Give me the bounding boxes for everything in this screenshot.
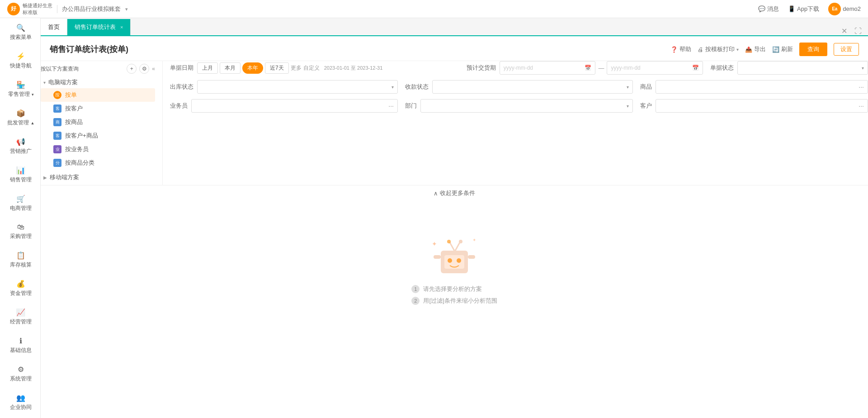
scheme-item-by-category[interactable]: 分 按商品分类 — [41, 156, 155, 170]
scheme-item-by-order[interactable]: 按 按单 — [41, 88, 155, 102]
filter-customer: 客户 ··· — [640, 99, 868, 113]
filter-goods: 商品 ··· — [640, 80, 868, 94]
tab-home[interactable]: 首页 — [41, 19, 67, 35]
filter-row-2: 出库状态 ▾ 收款状态 ▾ — [170, 80, 868, 94]
empty-state: ✦ ✦ 1 请先选择要分析的方案 2 用[过滤]条件来缩小分析范围 — [41, 201, 868, 332]
preset-custom[interactable]: 自定义 — [303, 64, 320, 72]
filter-salesperson: 业务员 ··· — [170, 99, 398, 113]
scheme-group-header-pc[interactable]: ▾ 电脑端方案 — [41, 76, 155, 88]
scheme-item-by-salesperson[interactable]: 业 按业务员 — [41, 142, 155, 156]
user-menu[interactable]: Ea demo2 — [828, 3, 861, 15]
goods-dots[interactable]: ··· — [859, 83, 864, 90]
help-icon: ❓ — [670, 46, 678, 53]
bill-status-arrow-icon: ▾ — [862, 66, 864, 71]
scheme-settings-button[interactable]: ⚙ — [139, 64, 149, 74]
salesperson-select[interactable]: ··· — [191, 99, 398, 113]
bill-date-label: 单据日期 — [170, 64, 193, 72]
sidebar-item-operations[interactable]: 📈 经营管理 — [0, 303, 40, 331]
hint-num-2: 2 — [411, 297, 420, 305]
tab-close-icon[interactable]: × — [120, 24, 123, 30]
window-maximize-button[interactable]: ⛶ — [853, 27, 863, 35]
print-icon: 🖨 — [698, 46, 703, 53]
search-button[interactable]: 查询 — [799, 43, 827, 56]
filter-department: 部门 ▾ — [405, 99, 633, 113]
hint-num-1: 1 — [411, 285, 420, 293]
expected-date-from[interactable]: yyyy-mm-dd 📅 — [500, 61, 596, 75]
scheme-item-by-both[interactable]: 客 按客户+商品 — [41, 129, 155, 142]
sidebar-item-search[interactable]: 🔍 搜索菜单 — [0, 18, 40, 47]
sidebar-item-retail[interactable]: 🏪 零售管理 ▾ — [0, 75, 40, 104]
wholesale-icon: 📦 — [16, 109, 25, 118]
window-close-button[interactable]: ✕ — [840, 27, 849, 35]
scheme-item-by-product[interactable]: 商 按商品 — [41, 115, 155, 129]
message-button[interactable]: 💬 消息 — [758, 5, 779, 13]
scheme-item-by-customer[interactable]: 客 按客户 — [41, 102, 155, 115]
purchase-icon: 🛍 — [17, 223, 24, 231]
sidebar-item-enterprise[interactable]: 👥 企业协同 — [0, 388, 40, 417]
operations-icon: 📈 — [16, 308, 25, 317]
salesperson-label: 业务员 — [170, 102, 188, 110]
preset-this-year[interactable]: 本年 — [242, 62, 263, 74]
settings-button[interactable]: 设置 — [834, 43, 859, 56]
sidebar-item-marketing[interactable]: 📢 营销推广 — [0, 132, 40, 161]
page-title: 销售订单统计表(按单) — [50, 44, 128, 55]
refresh-button[interactable]: 🔄 刷新 — [772, 45, 793, 53]
tab-sales-stat[interactable]: 销售订单统计表 × — [67, 19, 131, 35]
delivery-arrow-icon: ▾ — [392, 85, 394, 90]
filter-bill-date: 单据日期 上月 本月 本年 近7天 更多 自定义 2023-01-01 至 20… — [170, 62, 459, 74]
department-label: 部门 — [405, 102, 417, 110]
top-bar: 好 畅捷通好生意 标准版 办公用品行业模拟账套 ▾ 💬 消息 📱 App下载 E… — [0, 0, 868, 18]
expected-date-to[interactable]: yyyy-mm-dd 📅 — [607, 61, 703, 75]
collapse-row[interactable]: ∧ 收起更多条件 — [41, 185, 868, 201]
receipt-status-label: 收款状态 — [405, 83, 429, 91]
bill-status-select[interactable]: ▾ — [737, 61, 868, 75]
filter-expected-date: 预计交货期 yyyy-mm-dd 📅 — yyyy-mm-dd — [467, 61, 703, 75]
tab-actions: ✕ ⛶ — [840, 27, 868, 35]
scheme-header-actions: + ⚙ « — [127, 64, 155, 74]
expected-date-range: yyyy-mm-dd 📅 — yyyy-mm-dd 📅 — [500, 61, 703, 75]
logo-text: 畅捷通好生意 标准版 — [23, 2, 52, 15]
salesperson-dots[interactable]: ··· — [388, 102, 394, 109]
empty-hint-1: 1 请先选择要分析的方案 — [411, 285, 497, 293]
date-range-text: 2023-01-01 至 2023-12-31 — [324, 65, 383, 71]
inventory-icon: 📋 — [16, 251, 25, 260]
sidebar-item-ecommerce[interactable]: 🛒 电商管理 — [0, 189, 40, 218]
export-icon: 📤 — [745, 46, 752, 53]
sidebar-item-purchase[interactable]: 🛍 采购管理 — [0, 218, 40, 246]
svg-line-8 — [455, 242, 460, 251]
receipt-status-select[interactable]: ▾ — [432, 80, 633, 94]
sidebar-item-sales[interactable]: 📊 销售管理 — [0, 161, 40, 189]
scheme-add-button[interactable]: + — [127, 64, 137, 74]
filter-delivery-status: 出库状态 ▾ — [170, 80, 398, 94]
scheme-group-header-mobile[interactable]: ▶ 移动端方案 — [41, 171, 155, 183]
customer-dots[interactable]: ··· — [859, 102, 864, 109]
help-button[interactable]: ❓ 帮助 — [670, 45, 691, 53]
sidebar-item-basic-info[interactable]: ℹ 基础信息 — [0, 331, 40, 360]
sidebar-item-wholesale[interactable]: 📦 批发管理 ▲ — [0, 104, 40, 132]
scheme-item-icon-both: 客 — [53, 132, 61, 140]
sidebar-item-system[interactable]: ⚙ 系统管理 — [0, 360, 40, 388]
export-button[interactable]: 📤 导出 — [745, 45, 766, 53]
system-icon: ⚙ — [18, 365, 24, 374]
preset-more[interactable]: 更多 — [291, 64, 302, 72]
app-download-button[interactable]: 📱 App下载 — [788, 5, 819, 13]
svg-line-6 — [450, 242, 454, 251]
sidebar-item-inventory[interactable]: 📋 库存核算 — [0, 246, 40, 274]
department-select[interactable]: ▾ — [420, 99, 633, 113]
delivery-status-select[interactable]: ▾ — [197, 80, 398, 94]
customer-label: 客户 — [640, 102, 652, 110]
system-title[interactable]: 办公用品行业模拟账套 ▾ — [57, 5, 128, 13]
preset-7days[interactable]: 近7天 — [265, 62, 289, 74]
preset-this-month[interactable]: 本月 — [220, 62, 241, 74]
sidebar-item-finance[interactable]: 💰 资金管理 — [0, 274, 40, 303]
preset-last-month[interactable]: 上月 — [197, 62, 218, 74]
scheme-collapse-button[interactable]: « — [152, 66, 155, 72]
sidebar-item-quick-nav[interactable]: ⚡ 快捷导航 — [0, 47, 40, 75]
scheme-panel: 按以下方案查询 + ⚙ « ▾ 电脑端方案 — [41, 61, 163, 185]
message-icon: 💬 — [758, 5, 765, 12]
group-arrow-icon-mobile: ▶ — [43, 175, 47, 180]
goods-select[interactable]: ··· — [656, 80, 868, 94]
filter-row-1: 单据日期 上月 本月 本年 近7天 更多 自定义 2023-01-01 至 20… — [170, 61, 868, 75]
print-button[interactable]: 🖨 按模板打印 ▾ — [698, 45, 739, 53]
customer-select[interactable]: ··· — [656, 99, 868, 113]
